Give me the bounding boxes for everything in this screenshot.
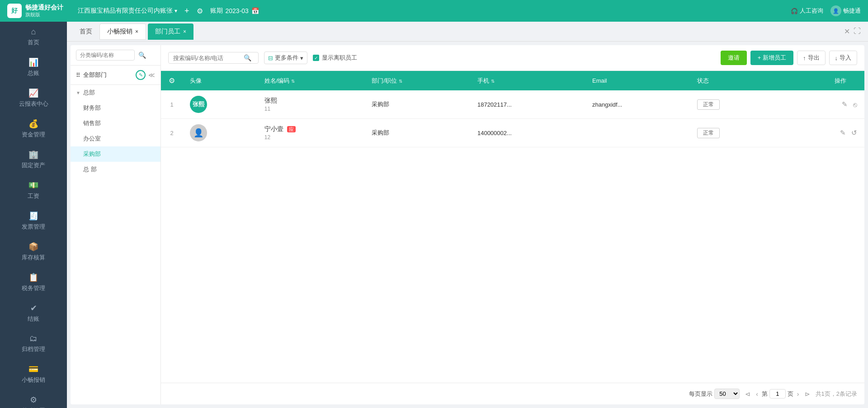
employee-table: ⚙ 头像 姓名/编码 ⇅ 部门/职位 ⇅: [161, 71, 864, 383]
add-employee-button[interactable]: + 新增员工: [750, 51, 793, 65]
dept-search-input[interactable]: [76, 50, 135, 61]
dept-header-icons: ✎ ≪: [136, 70, 155, 80]
sidebar-label-invoice: 发票管理: [22, 223, 45, 231]
employee-search-icon[interactable]: 🔍: [244, 54, 251, 61]
sidebar-item-fixed-assets[interactable]: 🏢 固定资产: [0, 144, 67, 175]
sidebar-item-inventory[interactable]: 📦 库存核算: [0, 236, 67, 267]
sidebar-item-invoice[interactable]: 🧾 发票管理: [0, 206, 67, 236]
dept-purchase-label: 采购部: [83, 150, 101, 157]
import-label: 导入: [840, 54, 851, 62]
next-page-button[interactable]: ›: [795, 389, 801, 399]
tab-dept-employee[interactable]: 部门员工 ×: [148, 23, 193, 40]
th-dept[interactable]: 部门/职位 ⇅: [364, 71, 470, 90]
employee-toolbar: 🔍 ⊟ 更多条件 ▾ ✓ 显示离职员工 邀请 + 新增员工: [161, 45, 864, 71]
row-1-phone: 187202117...: [470, 90, 585, 119]
th-avatar: 头像: [183, 71, 257, 90]
sidebar-item-funds[interactable]: 💰 资金管理: [0, 113, 67, 144]
row-1-logout-icon[interactable]: ⎋: [853, 101, 857, 108]
sidebar-item-archive[interactable]: 🗂 归档管理: [0, 328, 67, 359]
th-gear[interactable]: ⚙: [161, 71, 183, 90]
sidebar-label-funds: 资金管理: [22, 131, 45, 139]
row-2-email: [585, 119, 690, 147]
dept-search-icon[interactable]: 🔍: [138, 52, 146, 59]
dept-search-area: 🔍: [71, 45, 160, 66]
dept-item-office[interactable]: 办公室: [71, 131, 160, 146]
logo-text-block: 畅捷通好会计 旗舰版: [25, 4, 63, 18]
user-name: 畅捷通: [843, 7, 861, 15]
user-menu[interactable]: 👤 畅捷通: [830, 5, 861, 16]
row-1-action-icons: ✎ ⎋: [784, 100, 857, 108]
filter-icon: ⊟: [268, 55, 273, 61]
dept-panel: 🔍 ⠿ 全部部门 ✎ ≪ ▼ 总部: [71, 45, 161, 404]
row-2-name: 宁小壹 应: [264, 125, 358, 133]
logo-area: 好 畅捷通好会计 旗舰版: [7, 4, 74, 18]
th-status: 状态: [690, 71, 777, 90]
dept-item-finance[interactable]: 财务部: [71, 100, 160, 116]
row-2-refresh-icon[interactable]: ↺: [851, 129, 857, 137]
add-tab-button[interactable]: +: [184, 6, 189, 16]
sidebar-item-cloud-report[interactable]: 📈 云报表中心: [0, 83, 67, 113]
table-gear-icon[interactable]: ⚙: [169, 77, 175, 84]
tab-expense-close[interactable]: ×: [135, 28, 138, 35]
row-2-name-cell: 宁小壹 应 12: [257, 119, 365, 147]
sidebar-item-expense[interactable]: 💳 小畅报销: [0, 359, 67, 389]
row-1-status-badge: 正常: [697, 99, 720, 110]
sidebar-item-home[interactable]: ⌂ 首页: [0, 22, 67, 52]
close-window-button[interactable]: ✕: [844, 27, 850, 36]
last-page-button[interactable]: ⊳: [803, 389, 812, 399]
sidebar-label-ledger: 总账: [28, 69, 39, 77]
import-button[interactable]: ↓ 导入: [829, 51, 858, 65]
sidebar-item-tax[interactable]: 📋 税务管理: [0, 267, 67, 298]
export-button[interactable]: ↑ 导出: [797, 51, 826, 65]
tab-dept-employee-label: 部门员工: [155, 28, 180, 36]
filter-button[interactable]: ⊟ 更多条件 ▾: [264, 52, 307, 64]
dept-item-hq[interactable]: 总 部: [71, 162, 160, 177]
table-row: 2 👤 宁小壹 应 12: [161, 119, 864, 147]
row-1-email: zhangxidf...: [585, 90, 690, 119]
dept-item-purchase[interactable]: 采购部: [71, 146, 160, 162]
period-display: 账期 2023-03 📅: [210, 7, 259, 15]
settings-icon[interactable]: ⚙: [197, 7, 203, 15]
page-label: 第: [762, 390, 768, 398]
page-input[interactable]: [769, 389, 786, 399]
employee-search-input[interactable]: [173, 55, 241, 61]
sidebar-item-payroll[interactable]: 💵 工资: [0, 175, 67, 206]
sidebar-item-basic-settings[interactable]: ⚙ 基础设置: [0, 389, 67, 408]
dept-item-sales[interactable]: 销售部: [71, 116, 160, 131]
archive-icon: 🗂: [29, 334, 38, 343]
row-2-avatar-cell: 👤: [183, 119, 257, 147]
grid-icon: ⠿: [76, 72, 80, 79]
row-1-name-cell: 张熙 11: [257, 90, 365, 119]
prev-page-button[interactable]: ‹: [754, 389, 760, 399]
dept-edit-icon[interactable]: ✎: [136, 70, 146, 80]
tab-dept-employee-close[interactable]: ×: [183, 28, 186, 35]
expand-window-button[interactable]: ⛶: [854, 27, 861, 36]
invite-button[interactable]: 邀请: [721, 51, 747, 65]
headset-icon: 🎧: [791, 8, 798, 14]
tabs-right-actions: ✕ ⛶: [844, 27, 861, 36]
th-actions: 操作: [777, 71, 864, 90]
row-2-edit-icon[interactable]: ✎: [840, 129, 846, 137]
first-page-button[interactable]: ⊲: [743, 389, 752, 399]
sidebar-item-close-account[interactable]: ✔ 结账: [0, 298, 67, 328]
service-button[interactable]: 🎧 人工咨询: [791, 7, 823, 15]
company-dropdown-arrow[interactable]: ▾: [175, 8, 177, 14]
filter-dropdown-icon: ▾: [300, 55, 303, 61]
invoice-icon: 🧾: [28, 211, 38, 221]
th-name[interactable]: 姓名/编码 ⇅: [257, 71, 365, 90]
per-page-dropdown[interactable]: 50 10 20 100: [714, 389, 740, 399]
all-dept-button[interactable]: ⠿ 全部部门: [76, 71, 107, 79]
show-resigned-checkbox[interactable]: ✓ 显示离职员工: [313, 54, 357, 62]
sidebar-item-ledger[interactable]: 📊 总账: [0, 52, 67, 83]
row-num-2: 2: [161, 119, 183, 147]
row-1-edit-icon[interactable]: ✎: [842, 100, 848, 108]
tabs-bar: 首页 小畅报销 × 部门员工 × ✕ ⛶: [67, 22, 868, 42]
dept-collapse-icon[interactable]: ≪: [148, 71, 155, 79]
page-unit: 页: [788, 390, 793, 398]
tab-home[interactable]: 首页: [74, 25, 98, 38]
dept-group-header[interactable]: ▼ 总部: [71, 85, 160, 100]
main-layout: ⌂ 首页 📊 总账 📈 云报表中心 💰 资金管理 🏢 固定资产 💵 工资 🧾 发…: [0, 22, 868, 408]
tab-expense[interactable]: 小畅报销 ×: [99, 23, 146, 40]
th-phone[interactable]: 手机 ⇅: [470, 71, 585, 90]
calendar-icon[interactable]: 📅: [251, 7, 259, 14]
